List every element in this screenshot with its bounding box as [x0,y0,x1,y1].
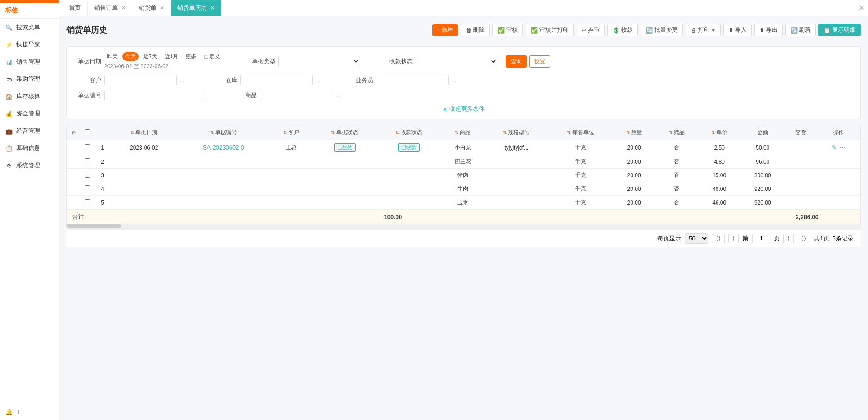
toolbar: + 新增 🗑 删除 ✅ 审核 ✅ 审核并打印 ↩ 弃审 [432,24,861,36]
date-tag-today[interactable]: 今天 [122,52,139,61]
row-checkbox[interactable] [85,144,90,150]
th-gear[interactable]: ⚙ [67,125,80,140]
window-close-icon[interactable]: ✕ [858,4,864,12]
warehouse-input[interactable] [240,75,313,85]
sidebar-item-purchase-mgmt[interactable]: 🛍 采购管理 [0,70,59,88]
import-button[interactable]: ⬇ 导入 [723,24,752,36]
th-qty[interactable]: ⇅ 数量 [613,125,656,140]
edit-action[interactable]: ✎ [832,144,837,151]
prev-page-button[interactable]: ⟨ [728,234,739,243]
filter-doc-type: 单据类型 [248,56,360,67]
sidebar-item-ops-mgmt[interactable]: 💼 经营管理 [0,122,59,140]
customer-label: 客户 [74,76,101,85]
audit-print-button[interactable]: ✅ 审核并打印 [526,24,574,36]
batch-change-button[interactable]: 🔄 批量变更 [641,24,683,36]
select-all-checkbox[interactable] [85,129,90,135]
collapse-button[interactable]: ∧ 收起更多条件 [74,105,853,113]
filter-date: 单据日期 昨天 今天 近7天 近1月 更多 自定义 2023-06-02 至 2… [74,52,223,70]
td-doc-status [312,196,376,210]
audit-button[interactable]: ✅ 审核 [492,24,523,36]
goods-input[interactable] [260,90,332,100]
sidebar-item-search-menu[interactable]: 🔍 搜索菜单 [0,19,59,36]
page-number-input[interactable] [752,234,770,243]
staff-label: 业务员 [346,76,373,85]
customer-dots[interactable]: ... [180,77,185,84]
export-button[interactable]: ⬆ 导出 [754,24,783,36]
sidebar-item-sales-mgmt[interactable]: 📊 销售管理 [0,53,59,70]
table-header-row: ⚙ ⇅ 单据日期 ⇅ 单据编号 ⇅ 客户 ⇅ 单据状态 ⇅ 收款状态 ⇅ 商品 … [67,125,860,140]
first-page-button[interactable]: ⟨⟨ [712,234,725,243]
td-unit-price: 15.00 [698,169,741,182]
doc-no-input[interactable] [104,90,204,100]
pay-status-select[interactable] [416,56,497,67]
collect-button[interactable]: 💲 收款 [607,24,638,36]
tab-sales-order-close[interactable]: ✕ [121,5,125,11]
database-icon: 📋 [5,145,13,152]
warehouse-dots[interactable]: ... [316,77,321,84]
date-tag-7days[interactable]: 近7天 [140,52,160,61]
tab-sales-history-close[interactable]: ✕ [211,5,215,11]
page-label: 第 [743,235,748,243]
th-doc-status[interactable]: ⇅ 单据状态 [312,125,376,140]
new-button[interactable]: + 新增 [432,24,458,36]
sidebar-item-inventory[interactable]: 🏠 库存核算 [0,88,59,105]
row-checkbox[interactable] [85,185,90,191]
date-tag-custom[interactable]: 自定义 [201,52,223,61]
refresh-button[interactable]: 🔃 刷新 [785,24,816,36]
goods-dots[interactable]: ... [335,92,340,99]
sidebar-bottom: 🔔 ⏸ [0,404,59,420]
tab-home-label: 首页 [69,4,81,12]
td-pay-status [377,182,441,196]
row-checkbox[interactable] [85,172,90,178]
th-doc-date[interactable]: ⇅ 单据日期 [111,125,177,140]
date-tag-more[interactable]: 更多 [183,52,199,61]
query-button[interactable]: 查询 [506,55,527,68]
tab-sales-delivery[interactable]: 销货单 ✕ [132,0,171,16]
abandon-button[interactable]: ↩ 弃审 [577,24,605,36]
sidebar-bottom-icon2[interactable]: ⏸ [16,409,22,415]
sidebar-bottom-icon1[interactable]: 🔔 [5,409,13,415]
th-gift[interactable]: ⇅ 赠品 [655,125,698,140]
sidebar-item-label: 库存核算 [16,92,40,100]
collapse-label: 收起更多条件 [449,105,485,113]
td-doc-date [111,196,177,210]
row-checkbox[interactable] [85,158,90,164]
sidebar-item-basic-info[interactable]: 📋 基础信息 [0,140,59,157]
doc-no-link[interactable]: SA-20230602-0 [203,144,244,151]
th-goods[interactable]: ⇅ 商品 [441,125,484,140]
tab-home[interactable]: 首页 [63,0,88,16]
th-spec[interactable]: ⇅ 规格型号 [484,125,548,140]
tab-sales-order[interactable]: 销售订单 ✕ [88,0,132,16]
staff-input[interactable] [376,75,449,85]
sidebar-item-finance-mgmt[interactable]: 💰 资金管理 [0,105,59,122]
td-gift: 否 [655,155,698,169]
table-scrollbar[interactable] [67,224,860,229]
sidebar-item-quick-nav[interactable]: ⚡ 快捷导航 [0,36,59,53]
last-page-button[interactable]: ⟩⟩ [798,234,810,243]
th-unit[interactable]: ⇅ 销售单位 [548,125,612,140]
print-button[interactable]: 🖨 打印 ▼ [686,24,721,36]
tab-sales-delivery-close[interactable]: ✕ [160,5,164,11]
customer-input[interactable] [104,75,177,85]
date-tag-1month[interactable]: 近1月 [162,52,181,61]
doc-type-select[interactable] [278,56,360,67]
th-doc-no[interactable]: ⇅ 单据编号 [177,125,270,140]
date-tag-yesterday[interactable]: 昨天 [104,52,120,61]
show-detail-button[interactable]: 📋 显示明细 [818,24,861,36]
settings-button[interactable]: 设置 [529,55,550,68]
td-checkbox [80,140,94,155]
next-page-button[interactable]: ⟩ [783,234,794,243]
filter-goods: 商品 ... [230,90,340,100]
td-customer: 王总 [270,140,313,155]
per-page-select[interactable]: 50 100 200 [685,233,708,244]
more-action[interactable]: ⋯ [839,144,845,151]
delete-button[interactable]: 🗑 删除 [461,24,490,36]
row-checkbox[interactable] [85,199,90,205]
th-unit-price[interactable]: ⇅ 单价 [698,125,741,140]
th-customer[interactable]: ⇅ 客户 [270,125,313,140]
sidebar-item-sys-mgmt[interactable]: ⚙ 系统管理 [0,157,59,174]
staff-dots[interactable]: ... [452,77,457,84]
th-pay-status[interactable]: ⇅ 收款状态 [377,125,441,140]
tab-sales-history[interactable]: 销货单历史 ✕ [171,0,221,16]
td-gear [67,155,80,169]
